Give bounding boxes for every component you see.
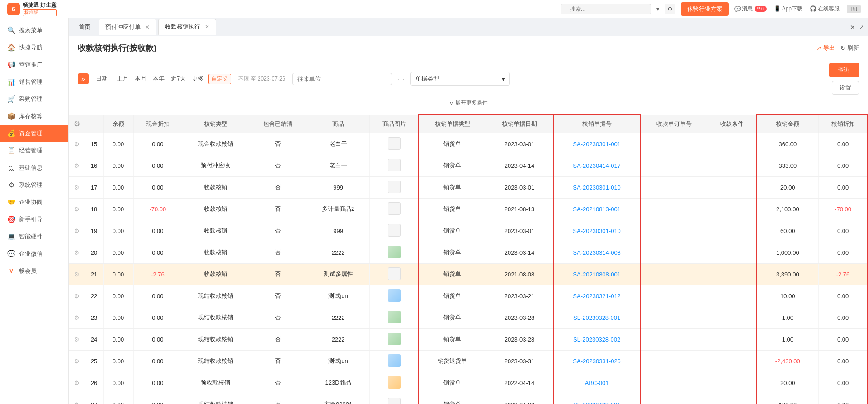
td-bill-no[interactable]: SA-20230301-010 xyxy=(553,220,641,242)
data-table-container[interactable]: ⚙ 余额 现金折扣 核销类型 包含已结清 商品 商品图片 核销单据类型 核销单据… xyxy=(69,114,868,404)
bill-no-link[interactable]: SL-20230328-002 xyxy=(573,336,620,343)
tab-collection-close[interactable]: ✕ xyxy=(205,24,209,30)
td-receipt-order-no xyxy=(640,198,708,220)
sidebar-item-basic[interactable]: 🗂 基础信息 xyxy=(0,159,68,176)
search-input[interactable] xyxy=(561,4,651,14)
bill-no-link[interactable]: SA-20230301-010 xyxy=(573,184,621,191)
td-settings[interactable]: ⚙ xyxy=(69,220,85,242)
filter-expand-button[interactable]: » xyxy=(78,73,89,84)
sidebar-item-search[interactable]: 🔍 搜索菜单 xyxy=(0,22,68,39)
bill-no-link[interactable]: SA-20230301-010 xyxy=(573,228,621,234)
data-table: ⚙ 余额 现金折扣 核销类型 包含已结清 商品 商品图片 核销单据类型 核销单据… xyxy=(69,114,868,404)
td-bill-no[interactable]: SA-20230331-026 xyxy=(553,350,641,372)
td-bill-no[interactable]: SA-20210808-001 xyxy=(553,263,641,285)
date-tab-this-month[interactable]: 本月 xyxy=(133,74,148,84)
export-button[interactable]: ↗ 导出 xyxy=(816,44,835,52)
td-bill-no[interactable]: SL-20230328-002 xyxy=(553,328,641,350)
bill-type-select[interactable]: 单据类型 ▾ xyxy=(410,72,510,86)
bill-no-link[interactable]: SA-20230321-012 xyxy=(573,293,621,299)
td-bill-no[interactable]: SA-20230321-012 xyxy=(553,285,641,307)
td-settings[interactable]: ⚙ xyxy=(69,176,85,198)
sidebar-item-inventory[interactable]: 📦 库存核算 xyxy=(0,108,68,125)
td-settings[interactable]: ⚙ xyxy=(69,350,85,372)
bill-no-link[interactable]: SL-20230408-001 xyxy=(573,401,620,404)
td-settings[interactable]: ⚙ xyxy=(69,198,85,220)
date-tab-last-month[interactable]: 上月 xyxy=(115,74,130,84)
date-tab-more[interactable]: 更多 xyxy=(190,74,206,84)
td-settings[interactable]: ⚙ xyxy=(69,263,85,285)
bill-no-link[interactable]: SA-20230331-026 xyxy=(573,358,621,365)
bill-no-link[interactable]: SA-20230314-008 xyxy=(573,249,621,256)
sidebar-item-finance[interactable]: 💰 资金管理 xyxy=(0,125,68,142)
sidebar-item-guide[interactable]: 🎯 新手引导 xyxy=(0,211,68,228)
td-goods-img xyxy=(370,198,419,220)
bill-no-link[interactable]: SA-20210808-001 xyxy=(573,271,621,278)
date-tab-this-year[interactable]: 本年 xyxy=(151,74,166,84)
solution-button[interactable]: 休验行业方案 xyxy=(681,2,729,16)
sidebar-label-corp: 企业协同 xyxy=(19,198,42,206)
tab-expand-icon[interactable]: ⤢ xyxy=(859,24,864,31)
td-settings[interactable]: ⚙ xyxy=(69,372,85,394)
partner-input[interactable] xyxy=(292,73,392,85)
date-tab-custom[interactable]: 自定义 xyxy=(208,74,231,84)
setting-button[interactable]: 设置 xyxy=(832,81,859,95)
sidebar-item-marketing[interactable]: 📢 营销推广 xyxy=(0,56,68,73)
td-bill-no[interactable]: SA-20210813-001 xyxy=(553,198,641,220)
sidebar-item-wechat[interactable]: 💬 企业微信 xyxy=(0,245,68,262)
td-cash-discount: 0.00 xyxy=(133,285,182,307)
td-goods: 999 xyxy=(307,176,370,198)
online-service[interactable]: 🎧 在线客服 xyxy=(810,5,840,13)
td-settings[interactable]: ⚙ xyxy=(69,285,85,307)
sidebar-item-hardware[interactable]: 💻 智能硬件 xyxy=(0,228,68,245)
app-download[interactable]: 📱 App下载 xyxy=(774,5,802,13)
td-goods-img xyxy=(370,176,419,198)
td-bill-no[interactable]: SL-20230408-001 xyxy=(553,394,641,404)
td-settings[interactable]: ⚙ xyxy=(69,307,85,328)
td-writeoff-type: 预收款核销 xyxy=(182,372,249,394)
td-bill-no[interactable]: SL-20230328-001 xyxy=(553,307,641,328)
sidebar-item-corp[interactable]: 🤝 企业协同 xyxy=(0,194,68,211)
message-icon[interactable]: 💬 消息 99+ xyxy=(734,5,767,13)
sidebar-item-operation[interactable]: 📋 经营管理 xyxy=(0,142,68,159)
settings-gear-icon[interactable]: ⚙ xyxy=(74,120,80,128)
tab-collection[interactable]: 收款核销执行 ✕ xyxy=(158,19,216,35)
gear-icon[interactable]: ⚙ xyxy=(665,4,675,14)
sidebar-item-shortcut[interactable]: 🏠 快捷导航 xyxy=(0,39,68,56)
sidebar-item-system[interactable]: ⚙ 系统管理 xyxy=(0,176,68,194)
sidebar-item-sales[interactable]: 📊 销售管理 xyxy=(0,73,68,90)
td-bill-no[interactable]: ABC-001 xyxy=(553,372,641,394)
td-receipt-terms xyxy=(708,220,756,242)
td-bill-no[interactable]: SA-20230301-001 xyxy=(553,133,641,155)
hardware-icon: 💻 xyxy=(7,233,15,241)
td-settings[interactable]: ⚙ xyxy=(69,394,85,404)
expand-more-button[interactable]: ∨ 展开更多条件 xyxy=(78,97,859,109)
td-settings[interactable]: ⚙ xyxy=(69,133,85,155)
tab-prepay[interactable]: 预付冲应付单 ✕ xyxy=(99,19,156,35)
tab-close-all-icon[interactable]: ✕ xyxy=(850,24,855,31)
td-settings[interactable]: ⚙ xyxy=(69,242,85,263)
refresh-button[interactable]: ↻ 刷新 xyxy=(840,44,859,52)
sidebar-item-member[interactable]: V 畅会员 xyxy=(0,262,68,280)
dropdown-arrow[interactable]: ▾ xyxy=(656,6,659,12)
td-bill-type: 销货单 xyxy=(419,133,486,155)
td-bill-no[interactable]: SA-20230314-008 xyxy=(553,242,641,263)
bill-no-link[interactable]: ABC-001 xyxy=(585,380,609,386)
td-writeoff-discount: 0.00 xyxy=(819,176,868,198)
sidebar-item-purchase[interactable]: 🛒 采购管理 xyxy=(0,90,68,108)
td-settings[interactable]: ⚙ xyxy=(69,328,85,350)
tab-prepay-close[interactable]: ✕ xyxy=(145,24,150,30)
bill-no-link[interactable]: SA-20210813-001 xyxy=(573,206,621,213)
date-tab-7days[interactable]: 近7天 xyxy=(169,74,188,84)
bill-no-link[interactable]: SA-20230301-001 xyxy=(573,141,621,147)
th-settings[interactable]: ⚙ xyxy=(69,115,85,133)
td-bill-no[interactable]: SA-20230414-017 xyxy=(553,155,641,176)
td-bill-no[interactable]: SA-20230301-010 xyxy=(553,176,641,198)
tab-home[interactable]: 首页 xyxy=(72,19,97,35)
bill-no-link[interactable]: SL-20230328-001 xyxy=(573,314,620,321)
bill-no-link[interactable]: SA-20230414-017 xyxy=(573,162,621,169)
user-label[interactable]: Rit xyxy=(847,5,861,13)
table-row: ⚙ 25 0.00 0.00 现结收款核销 否 测试jun 销货退货单 2023… xyxy=(69,350,868,372)
query-button[interactable]: 查询 xyxy=(829,63,859,77)
row-gear-icon: ⚙ xyxy=(74,314,80,321)
td-settings[interactable]: ⚙ xyxy=(69,155,85,176)
